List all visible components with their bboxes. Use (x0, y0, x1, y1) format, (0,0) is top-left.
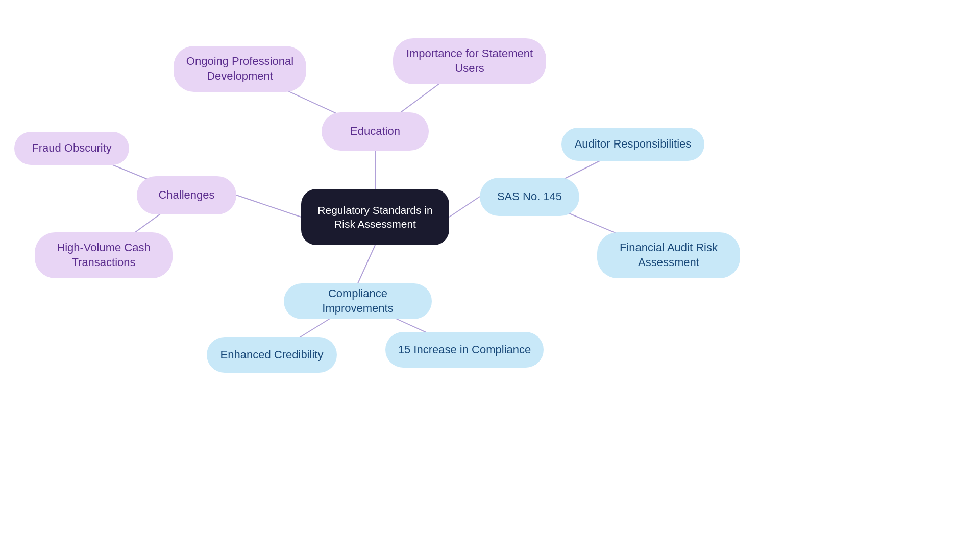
node-financial: Financial Audit Risk Assessment (597, 232, 740, 278)
label-enhanced: Enhanced Credibility (220, 348, 324, 363)
center-node: Regulatory Standards in Risk Assessment (301, 189, 449, 245)
node-fraud: Fraud Obscurity (14, 132, 129, 165)
label-opd: Ongoing Professional Development (186, 54, 294, 83)
label-compliance: Compliance Improvements (296, 286, 420, 316)
node-highvol: High-Volume Cash Transactions (35, 232, 173, 278)
label-auditor: Auditor Responsibilities (575, 137, 692, 152)
svg-line-6 (449, 197, 480, 217)
label-fraud: Fraud Obscurity (32, 141, 112, 156)
label-highvol: High-Volume Cash Transactions (47, 241, 160, 270)
node-opd: Ongoing Professional Development (174, 46, 306, 92)
node-auditor: Auditor Responsibilities (561, 128, 704, 161)
node-compliance: Compliance Improvements (284, 283, 432, 319)
node-enhanced: Enhanced Credibility (207, 337, 337, 373)
svg-line-3 (236, 195, 301, 217)
node-sas: SAS No. 145 (480, 178, 579, 216)
label-financial: Financial Audit Risk Assessment (609, 241, 728, 270)
node-importance: Importance for Statement Users (393, 38, 546, 84)
node-education: Education (322, 112, 429, 151)
label-challenges: Challenges (158, 188, 214, 203)
center-label: Regulatory Standards in Risk Assessment (313, 203, 437, 231)
node-increase: 15 Increase in Compliance (385, 332, 544, 368)
label-importance: Importance for Statement Users (405, 46, 534, 76)
label-increase: 15 Increase in Compliance (398, 343, 531, 357)
svg-line-9 (358, 245, 375, 283)
node-challenges: Challenges (137, 176, 236, 214)
label-education: Education (350, 124, 400, 139)
label-sas: SAS No. 145 (497, 189, 562, 204)
